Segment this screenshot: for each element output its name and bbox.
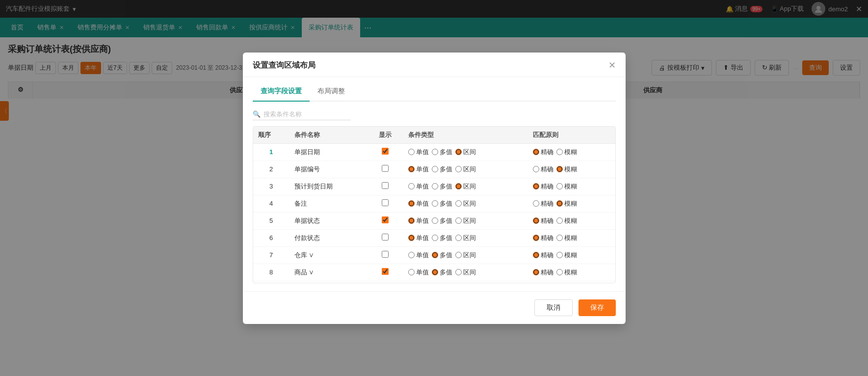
save-button[interactable]: 保存	[579, 299, 616, 316]
match-radio-模糊[interactable]: 模糊	[556, 148, 577, 157]
cell-match: 精确模糊	[528, 246, 615, 264]
type-radio-区间[interactable]: 区间	[455, 182, 476, 191]
modal-search-area: 🔍	[253, 108, 351, 120]
type-radio-多值[interactable]: 多值	[432, 148, 452, 157]
match-radio-精确[interactable]: 精确	[533, 148, 553, 157]
cell-match: 精确模糊	[528, 143, 615, 161]
cell-display[interactable]	[367, 229, 403, 246]
type-radio-单值[interactable]: 单值	[408, 165, 429, 174]
cell-order: 6	[253, 229, 289, 246]
cell-match: 精确模糊	[528, 229, 615, 246]
match-radio-精确[interactable]: 精确	[533, 182, 553, 191]
table-row: 3预计到货日期单值多值区间精确模糊	[253, 178, 615, 195]
table-row: 5单据状态单值多值区间精确模糊	[253, 212, 615, 229]
type-radio-单值[interactable]: 单值	[408, 199, 429, 208]
modal-close-button[interactable]: ✕	[608, 61, 616, 70]
display-checkbox[interactable]	[382, 148, 389, 155]
match-radio-模糊[interactable]: 模糊	[556, 251, 577, 260]
cell-display[interactable]	[367, 264, 403, 281]
cell-name: 预计到货日期	[289, 178, 367, 195]
cell-order: 5	[253, 212, 289, 229]
match-radio-模糊[interactable]: 模糊	[556, 216, 577, 225]
type-radio-区间[interactable]: 区间	[455, 251, 476, 260]
cell-name: 属性 ∨	[289, 281, 367, 283]
type-radio-区间[interactable]: 区间	[455, 216, 476, 225]
display-checkbox[interactable]	[382, 268, 389, 275]
cell-match: 精确模糊	[528, 264, 615, 281]
type-radio-多值[interactable]: 多值	[432, 199, 452, 208]
search-icon: 🔍	[253, 110, 261, 118]
cell-type: 单值多值区间	[403, 161, 528, 178]
cell-order: 8	[253, 264, 289, 281]
type-radio-区间[interactable]: 区间	[455, 199, 476, 208]
match-radio-精确[interactable]: 精确	[533, 165, 553, 174]
cell-type: 单值多值区间	[403, 281, 528, 283]
type-radio-单值[interactable]: 单值	[408, 268, 429, 277]
type-radio-单值[interactable]: 单值	[408, 148, 429, 157]
type-radio-单值[interactable]: 单值	[408, 182, 429, 191]
cell-order: 3	[253, 178, 289, 195]
type-radio-单值[interactable]: 单值	[408, 234, 429, 242]
display-checkbox[interactable]	[382, 182, 389, 189]
cell-name: 单据状态	[289, 212, 367, 229]
type-radio-多值[interactable]: 多值	[432, 182, 452, 191]
match-radio-模糊[interactable]: 模糊	[556, 182, 577, 191]
col-display: 显示	[367, 127, 403, 144]
search-input[interactable]	[263, 110, 351, 118]
display-checkbox[interactable]	[382, 216, 389, 223]
match-radio-精确[interactable]: 精确	[533, 234, 553, 242]
cell-display[interactable]	[367, 178, 403, 195]
table-row: 6付款状态单值多值区间精确模糊	[253, 229, 615, 246]
type-radio-区间[interactable]: 区间	[455, 234, 476, 242]
col-name: 条件名称	[289, 127, 367, 144]
type-radio-多值[interactable]: 多值	[432, 216, 452, 225]
type-radio-区间[interactable]: 区间	[455, 165, 476, 174]
cell-order: 4	[253, 195, 289, 212]
type-radio-单值[interactable]: 单值	[408, 216, 429, 225]
match-radio-精确[interactable]: 精确	[533, 268, 553, 277]
type-radio-区间[interactable]: 区间	[455, 148, 476, 157]
tab-layout-adjust[interactable]: 布局调整	[310, 84, 353, 102]
cell-match: 精确模糊	[528, 161, 615, 178]
cell-display[interactable]	[367, 195, 403, 212]
cell-type: 单值多值区间	[403, 143, 528, 161]
cell-name: 单据日期	[289, 143, 367, 161]
cell-match: 精确模糊	[528, 178, 615, 195]
display-checkbox[interactable]	[382, 251, 389, 258]
cell-display[interactable]	[367, 281, 403, 283]
type-radio-区间[interactable]: 区间	[455, 268, 476, 277]
table-row: 1单据日期单值多值区间精确模糊	[253, 143, 615, 161]
modal-footer: 取消 保存	[243, 291, 626, 324]
type-radio-多值[interactable]: 多值	[432, 165, 452, 174]
display-checkbox[interactable]	[382, 165, 389, 172]
cell-display[interactable]	[367, 212, 403, 229]
tab-query-fields[interactable]: 查询字段设置	[253, 84, 310, 102]
cell-type: 单值多值区间	[403, 264, 528, 281]
cell-name: 单据编号	[289, 161, 367, 178]
match-radio-精确[interactable]: 精确	[533, 216, 553, 225]
display-checkbox[interactable]	[382, 199, 389, 206]
type-radio-多值[interactable]: 多值	[432, 268, 452, 277]
cell-display[interactable]	[367, 246, 403, 264]
match-radio-精确[interactable]: 精确	[533, 251, 553, 260]
cancel-button[interactable]: 取消	[534, 299, 573, 316]
cell-order: 9	[253, 281, 289, 283]
cell-display[interactable]	[367, 161, 403, 178]
match-radio-精确[interactable]: 精确	[533, 199, 553, 208]
cell-type: 单值多值区间	[403, 212, 528, 229]
match-radio-模糊[interactable]: 模糊	[556, 199, 577, 208]
match-radio-模糊[interactable]: 模糊	[556, 165, 577, 174]
col-type: 条件类型	[403, 127, 528, 144]
type-radio-多值[interactable]: 多值	[432, 234, 452, 242]
modal-tabs: 查询字段设置 布局调整	[253, 77, 616, 102]
cell-name: 商品 ∨	[289, 264, 367, 281]
cell-display[interactable]	[367, 143, 403, 161]
match-radio-模糊[interactable]: 模糊	[556, 234, 577, 242]
display-checkbox[interactable]	[382, 234, 389, 241]
order-num: 1	[269, 148, 273, 156]
col-match: 匹配原则	[528, 127, 615, 144]
match-radio-模糊[interactable]: 模糊	[556, 268, 577, 277]
type-radio-单值[interactable]: 单值	[408, 251, 429, 260]
type-radio-多值[interactable]: 多值	[432, 251, 452, 260]
settings-modal: 设置查询区域布局 ✕ 查询字段设置 布局调整 🔍 顺序	[243, 53, 626, 324]
